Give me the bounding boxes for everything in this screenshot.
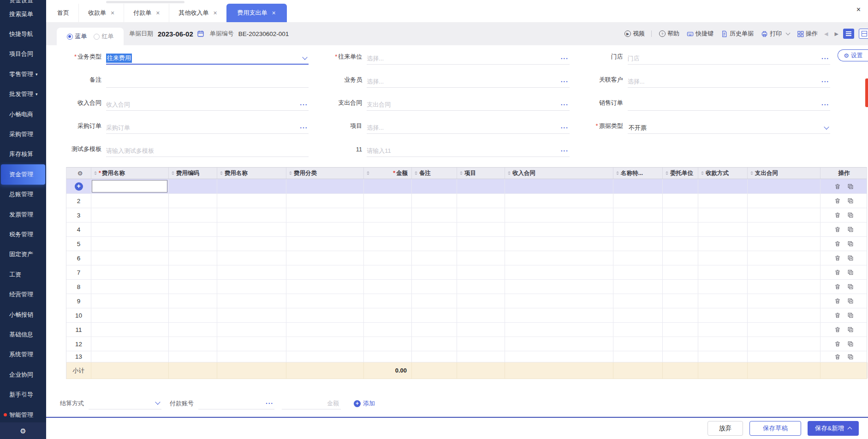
grid-cell[interactable] (748, 237, 820, 251)
grid-cell[interactable] (364, 179, 412, 193)
grid-cell[interactable] (698, 237, 748, 251)
field-test-template-input[interactable]: 请输入测试多模板 (106, 145, 309, 157)
grid-cell[interactable] (505, 208, 613, 222)
next-doc-icon[interactable]: ▶ (835, 31, 838, 37)
grid-cell[interactable] (364, 194, 412, 208)
sidebar-item-quick-nav[interactable]: 快捷导航 (0, 24, 46, 44)
toolbar-history-button[interactable]: 历史单据 (721, 30, 754, 38)
grid-cell[interactable] (91, 251, 169, 265)
grid-col-fee-class[interactable]: 费用分类 (286, 168, 364, 179)
form-settings-button[interactable]: ⚙ 设置 (838, 49, 868, 61)
tab-payment-voucher[interactable]: 付款单× (124, 4, 169, 22)
copy-row-icon[interactable] (847, 298, 854, 304)
sidebar-item-purchase-mgmt[interactable]: 采购管理 (0, 124, 46, 144)
delete-row-icon[interactable] (834, 312, 841, 319)
grid-cell[interactable] (748, 179, 820, 193)
grid-cell[interactable] (286, 337, 364, 351)
grid-cell[interactable] (169, 280, 217, 294)
field-store-input[interactable]: 门店··· (628, 53, 830, 65)
grid-cell[interactable] (505, 179, 613, 193)
grid-cell[interactable] (613, 265, 663, 279)
grid-cell[interactable] (748, 208, 820, 222)
grid-cell[interactable] (286, 251, 364, 265)
field-sales-order-input[interactable]: ··· (628, 99, 830, 111)
grid-cell[interactable] (698, 194, 748, 208)
grid-cell[interactable] (91, 280, 169, 294)
grid-cell[interactable] (613, 251, 663, 265)
grid-cell[interactable] (748, 323, 820, 337)
copy-row-icon[interactable] (847, 212, 854, 218)
grid-cell[interactable] (286, 194, 364, 208)
grid-cell[interactable] (698, 251, 748, 265)
field-business-type-input[interactable]: 往来费用 (106, 53, 309, 65)
field-project-input[interactable]: 选择...··· (367, 122, 569, 134)
grid-col-project[interactable]: 项目 (457, 168, 505, 179)
tab-home[interactable]: 首页 (48, 4, 78, 22)
grid-cell[interactable] (217, 308, 286, 322)
sidebar-item-funds-mgmt[interactable]: 资金管理 (1, 164, 45, 184)
sidebar-item-project-contract[interactable]: 项目合同 (0, 44, 46, 64)
copy-row-icon[interactable] (847, 255, 854, 261)
calendar-icon[interactable] (197, 30, 204, 37)
grid-cell[interactable] (748, 223, 820, 236)
field-counterparty-input[interactable]: 选择...··· (367, 53, 569, 65)
chevron-down-icon[interactable] (824, 124, 829, 129)
grid-col-fee-name-2[interactable]: 费用名称 (217, 168, 286, 179)
grid-cell[interactable] (286, 280, 364, 294)
add-row-button[interactable]: + (75, 182, 83, 191)
grid-cell[interactable] (91, 308, 169, 322)
grid-cell[interactable] (91, 237, 169, 251)
grid-cell[interactable] (412, 194, 457, 208)
copy-row-icon[interactable] (847, 283, 854, 290)
grid-cell[interactable] (169, 265, 217, 279)
grid-cell[interactable] (169, 223, 217, 236)
sidebar-item-payroll[interactable]: 工资 (0, 265, 46, 284)
copy-row-icon[interactable] (847, 183, 854, 190)
grid-cell[interactable] (364, 294, 412, 308)
grid-cell[interactable] (505, 351, 613, 362)
grid-cell[interactable] (217, 294, 286, 308)
grid-cell[interactable] (217, 265, 286, 279)
field-invoice-type-input[interactable]: 不开票 (628, 122, 830, 134)
grid-cell[interactable] (698, 280, 748, 294)
copy-row-icon[interactable] (847, 312, 854, 319)
grid-cell[interactable] (286, 237, 364, 251)
sort-icon[interactable] (367, 170, 369, 176)
grid-cell[interactable] (505, 280, 613, 294)
grid-col-income-contract[interactable]: 收入合同 (505, 168, 613, 179)
grid-cell[interactable] (91, 223, 169, 236)
grid-cell[interactable] (364, 280, 412, 294)
grid-cell[interactable] (91, 294, 169, 308)
grid-cell[interactable] (663, 194, 698, 208)
grid-cell[interactable] (412, 179, 457, 193)
sidebar-item-basic-info[interactable]: 基础信息 (0, 325, 46, 344)
grid-cell[interactable] (613, 351, 663, 362)
copy-row-icon[interactable] (847, 226, 854, 233)
delete-row-icon[interactable] (834, 198, 841, 204)
sidebar-item-newbie-guide[interactable]: 新手引导 (0, 385, 46, 404)
field-purchase-order-input[interactable]: 采购订单··· (106, 122, 309, 134)
grid-cell[interactable] (412, 251, 457, 265)
tab-close-icon[interactable]: × (272, 10, 276, 16)
grid-cell[interactable] (748, 251, 820, 265)
grid-col-memo[interactable]: 备注 (412, 168, 457, 179)
save-draft-button[interactable]: 保存草稿 (749, 421, 801, 436)
grid-cell[interactable] (91, 208, 169, 222)
payment-account-select[interactable]: ··· (198, 397, 274, 409)
grid-cell[interactable] (217, 179, 286, 193)
grid-col-fee-code[interactable]: 费用编码 (169, 168, 217, 179)
grid-cell[interactable] (169, 208, 217, 222)
delete-row-icon[interactable] (834, 283, 841, 290)
grid-cell[interactable] (457, 308, 505, 322)
copy-row-icon[interactable] (847, 241, 854, 247)
grid-cell[interactable] (748, 194, 820, 208)
grid-cell[interactable] (613, 208, 663, 222)
sort-icon[interactable] (415, 170, 417, 176)
field-field-11-input[interactable]: 请输入11··· (367, 145, 569, 157)
grid-cell[interactable] (698, 351, 748, 362)
delete-row-icon[interactable] (834, 212, 841, 218)
grid-cell[interactable] (663, 237, 698, 251)
grid-cell[interactable] (457, 194, 505, 208)
grid-cell[interactable] (457, 323, 505, 337)
delete-row-icon[interactable] (834, 298, 841, 304)
